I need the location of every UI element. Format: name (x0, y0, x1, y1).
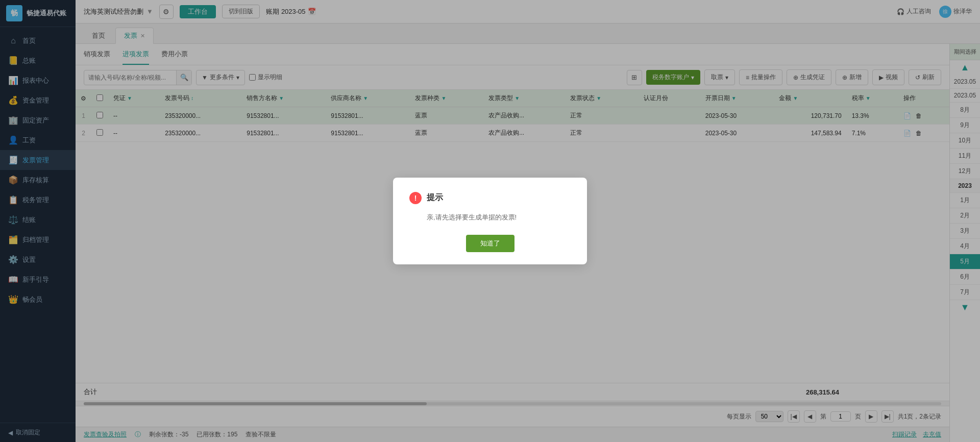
dialog-message: 亲,请先选择要生成单据的发票! (427, 212, 571, 223)
dialog-title: 提示 (427, 192, 443, 203)
dialog-ok-button[interactable]: 知道了 (466, 235, 514, 252)
dialog-header: ! 提示 (409, 192, 571, 204)
dialog-footer: 知道了 (409, 235, 571, 252)
dialog-overlay: ! 提示 亲,请先选择要生成单据的发票! 知道了 (0, 0, 980, 442)
warning-icon: ! (409, 192, 422, 204)
alert-dialog: ! 提示 亲,请先选择要生成单据的发票! 知道了 (393, 178, 587, 265)
